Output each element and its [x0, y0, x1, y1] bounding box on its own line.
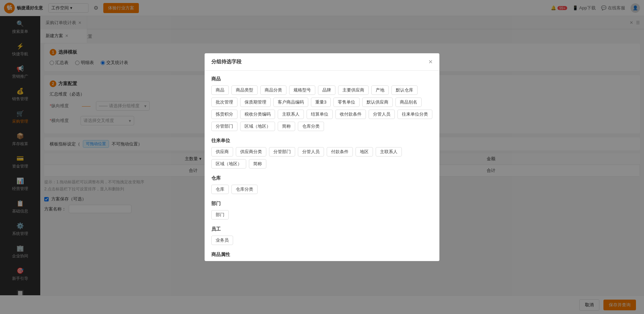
- field-chip-1-7[interactable]: 区域（地区）: [211, 159, 246, 169]
- field-group-2: 仓库仓库仓库分类: [211, 175, 433, 194]
- field-chips-4: 业务员: [211, 236, 433, 245]
- field-group-0: 商品商品商品类型商品分类规格型号品牌主要供应商产地默认仓库批次管理保质期管理客户…: [211, 76, 433, 131]
- field-chip-0-12[interactable]: 零售单位: [333, 98, 360, 107]
- field-chip-0-19[interactable]: 收付款条件: [335, 110, 366, 119]
- field-group-title-2: 仓库: [211, 175, 433, 181]
- modal-title: 分组待选字段: [211, 59, 241, 65]
- field-group-1: 往来单位供应商供应商分类分管部门分管人员付款条件地区主联系人区域（地区）简称: [211, 138, 433, 169]
- field-chip-1-3[interactable]: 分管人员: [298, 147, 324, 156]
- field-chip-0-4[interactable]: 品牌: [318, 85, 335, 95]
- field-group-title-1: 往来单位: [211, 138, 433, 144]
- modal-overlay: 分组待选字段 ✕ 商品商品商品类型商品分类规格型号品牌主要供应商产地默认仓库批次…: [0, 0, 644, 314]
- field-chip-0-6[interactable]: 产地: [371, 85, 389, 95]
- field-group-4: 员工业务员: [211, 226, 433, 245]
- field-chip-0-5[interactable]: 主要供应商: [338, 85, 369, 95]
- field-chips-3: 部门: [211, 210, 433, 219]
- field-group-title-4: 员工: [211, 226, 433, 232]
- field-chip-2-0[interactable]: 仓库: [211, 185, 229, 194]
- field-chip-0-25[interactable]: 仓库分类: [298, 122, 324, 131]
- modal-header: 分组待选字段 ✕: [205, 53, 439, 71]
- field-chip-0-11[interactable]: 重量3: [311, 98, 331, 107]
- field-chip-1-6[interactable]: 主联系人: [376, 147, 402, 156]
- field-chip-2-1[interactable]: 仓库分类: [231, 185, 258, 194]
- field-chip-3-0[interactable]: 部门: [211, 210, 229, 219]
- field-chip-0-22[interactable]: 分管部门: [211, 122, 237, 131]
- field-chips-2: 仓库仓库分类: [211, 185, 433, 194]
- field-chip-0-13[interactable]: 默认供应商: [362, 98, 393, 107]
- field-chip-0-23[interactable]: 区域（地区）: [240, 122, 275, 131]
- field-group-5: 商品属性属性颜色多规格尺码鞋码1: [211, 252, 433, 261]
- field-chip-0-20[interactable]: 分管人员: [369, 110, 395, 119]
- field-chip-0-7[interactable]: 默认仓库: [391, 85, 418, 95]
- field-chip-0-9[interactable]: 保质期管理: [240, 98, 271, 107]
- field-chip-0-18[interactable]: 结算单位: [307, 110, 333, 119]
- field-chip-0-16[interactable]: 税收分类编码: [240, 110, 275, 119]
- modal-close-button[interactable]: ✕: [428, 59, 433, 65]
- field-chip-0-17[interactable]: 主联系人: [278, 110, 304, 119]
- field-chip-0-24[interactable]: 简称: [278, 122, 295, 131]
- field-chip-0-10[interactable]: 客户商品编码: [273, 98, 308, 107]
- field-chips-0: 商品商品类型商品分类规格型号品牌主要供应商产地默认仓库批次管理保质期管理客户商品…: [211, 85, 433, 131]
- field-group-title-3: 部门: [211, 201, 433, 207]
- field-group-title-0: 商品: [211, 76, 433, 82]
- field-chips-1: 供应商供应商分类分管部门分管人员付款条件地区主联系人区域（地区）简称: [211, 147, 433, 169]
- field-chip-0-3[interactable]: 规格型号: [289, 85, 315, 95]
- modal-dialog: 分组待选字段 ✕ 商品商品商品类型商品分类规格型号品牌主要供应商产地默认仓库批次…: [205, 53, 439, 261]
- field-chip-0-15[interactable]: 拣货积分: [211, 110, 237, 119]
- field-chip-1-1[interactable]: 供应商分类: [236, 147, 266, 156]
- field-chip-1-5[interactable]: 地区: [356, 147, 373, 156]
- field-chip-1-4[interactable]: 付款条件: [327, 147, 353, 156]
- field-chip-0-1[interactable]: 商品类型: [231, 85, 258, 95]
- field-chip-0-8[interactable]: 批次管理: [211, 98, 237, 107]
- field-group-title-5: 商品属性: [211, 252, 433, 258]
- modal-body: 商品商品商品类型商品分类规格型号品牌主要供应商产地默认仓库批次管理保质期管理客户…: [205, 71, 439, 261]
- field-group-3: 部门部门: [211, 201, 433, 219]
- field-chip-0-2[interactable]: 商品分类: [260, 85, 286, 95]
- field-chip-1-0[interactable]: 供应商: [211, 147, 233, 156]
- field-chip-1-8[interactable]: 简称: [249, 159, 266, 169]
- field-chip-0-21[interactable]: 往来单位分类: [397, 110, 432, 119]
- field-chip-0-0[interactable]: 商品: [211, 85, 229, 95]
- field-chip-0-14[interactable]: 商品别名: [395, 98, 422, 107]
- field-chip-1-2[interactable]: 分管部门: [269, 147, 295, 156]
- field-chip-4-0[interactable]: 业务员: [211, 236, 233, 245]
